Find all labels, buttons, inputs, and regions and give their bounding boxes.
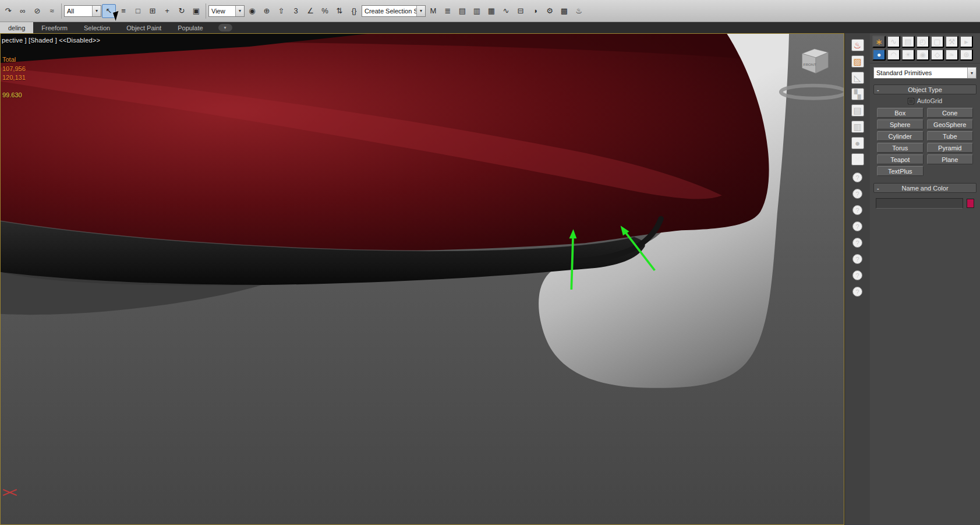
category-cameras[interactable]: ◉ bbox=[916, 49, 929, 61]
question-icon[interactable]: ? bbox=[852, 238, 862, 248]
unlink-selection-icon[interactable]: ⊘ bbox=[30, 4, 44, 18]
primitive-button[interactable]: Teapot bbox=[877, 154, 924, 164]
select-object-icon[interactable]: ↖ bbox=[102, 4, 116, 18]
primitive-button[interactable]: Torus bbox=[877, 143, 924, 153]
category-spacewarps[interactable]: ≈ bbox=[945, 49, 958, 61]
viewcube-face-label: FRONT bbox=[804, 62, 816, 66]
rect-selection-region-icon[interactable]: □ bbox=[131, 4, 145, 18]
command-panel: ∗∿▤◴▢⚒▸ ●◠☀◉◇≈⊛ Standard Primitives ▾ - … bbox=[870, 33, 980, 525]
primitive-button[interactable]: Tube bbox=[927, 131, 974, 141]
ribbon-config-button[interactable]: ▾ bbox=[218, 24, 232, 31]
selection-filter-dropdown[interactable]: All ▾ bbox=[64, 5, 101, 17]
toolbar-separator bbox=[206, 3, 206, 19]
primitive-button[interactable]: GeoSphere bbox=[927, 119, 974, 129]
ribbon-toggle-icon[interactable]: ▦ bbox=[484, 4, 498, 18]
bind-to-space-warp-icon[interactable]: ≈ bbox=[45, 4, 59, 18]
viewport-canvas[interactable]: FRONT bbox=[1, 34, 844, 524]
primitive-button[interactable]: Cylinder bbox=[877, 131, 924, 141]
select-by-name-icon[interactable]: ≡ bbox=[116, 4, 130, 18]
ribbon-tab[interactable]: Object Paint bbox=[118, 22, 169, 33]
named-selection-sets-dropdown[interactable]: Create Selection Se ▾ bbox=[362, 5, 426, 17]
sphere-icon[interactable]: ● bbox=[851, 137, 864, 149]
primitive-button[interactable]: Pyramid bbox=[927, 143, 974, 153]
primitive-button[interactable]: Plane bbox=[927, 154, 974, 164]
teapot-icon[interactable]: ♨ bbox=[851, 39, 864, 51]
select-and-rotate-icon[interactable]: ↻ bbox=[175, 4, 189, 18]
category-systems[interactable]: ⊛ bbox=[960, 49, 973, 61]
curve-editor-icon[interactable]: ∿ bbox=[499, 4, 513, 18]
tab-utilities[interactable]: ⚒ bbox=[945, 36, 958, 48]
align-icon[interactable]: ≣ bbox=[441, 4, 455, 18]
snap-toggle-3d-icon[interactable]: 3 bbox=[289, 4, 303, 18]
coordinate-system-dropdown[interactable]: View ▾ bbox=[208, 5, 245, 17]
question-icon[interactable]: ? bbox=[852, 172, 862, 182]
ribbon-tab[interactable]: Freeform bbox=[33, 22, 76, 33]
category-lights[interactable]: ☀ bbox=[901, 49, 915, 61]
viewport-statistics: Total 107,956 120,131 99.630 bbox=[2, 55, 26, 100]
autogrid-checkbox[interactable] bbox=[908, 98, 914, 104]
selection-filter-value: All bbox=[65, 8, 92, 15]
tab-motion[interactable]: ◴ bbox=[916, 36, 929, 48]
tab-hierarchy[interactable]: ▤ bbox=[901, 36, 915, 48]
tab-modify[interactable]: ∿ bbox=[887, 36, 900, 48]
render-setup-icon[interactable]: ⚙ bbox=[543, 4, 557, 18]
manage-layers-icon[interactable]: ▤ bbox=[455, 4, 469, 18]
stack-icon[interactable]: ▤ bbox=[851, 104, 864, 117]
collapse-icon: - bbox=[877, 185, 884, 192]
primitive-button[interactable]: Box bbox=[877, 108, 924, 118]
window-crossing-icon[interactable]: ⊞ bbox=[146, 4, 160, 18]
redo-icon[interactable]: ↷ bbox=[1, 4, 15, 18]
question-icon[interactable]: ? bbox=[852, 221, 862, 231]
main-toolbar: ↷∞⊘≈ All ▾ ↖≡□⊞+↻▣ View ▾ ◉⊕⇧3∠%⇅{} Crea… bbox=[0, 0, 980, 22]
object-color-swatch[interactable] bbox=[967, 199, 974, 208]
material-editor-icon[interactable]: ◑ bbox=[528, 4, 542, 18]
tab-overflow-arrow[interactable]: ▸ bbox=[960, 36, 973, 48]
category-geometry[interactable]: ● bbox=[872, 49, 886, 61]
ribbon-tab[interactable]: Selection bbox=[76, 22, 118, 33]
render-production-icon[interactable]: ♨ bbox=[572, 4, 586, 18]
question-icon[interactable]: ? bbox=[852, 205, 862, 215]
percent-snap-icon[interactable]: % bbox=[318, 4, 332, 18]
primitive-button[interactable]: Cone bbox=[927, 108, 974, 118]
object-type-rollout-header[interactable]: - Object Type bbox=[873, 84, 977, 94]
keyboard-override-icon[interactable]: ⇧ bbox=[274, 4, 288, 18]
spinner-snap-icon[interactable]: ⇅ bbox=[332, 4, 346, 18]
select-and-move-icon[interactable]: + bbox=[160, 4, 174, 18]
ribbon-tab[interactable]: deling bbox=[0, 22, 33, 33]
edit-named-sets-icon[interactable]: {} bbox=[347, 4, 361, 18]
window-icon[interactable]: ▥ bbox=[851, 121, 864, 133]
rendered-frame-icon[interactable]: ▩ bbox=[557, 4, 571, 18]
question-icon[interactable]: ? bbox=[852, 189, 862, 199]
name-color-rollout-header[interactable]: - Name and Color bbox=[873, 183, 977, 193]
tab-create[interactable]: ∗ bbox=[872, 36, 886, 48]
select-and-link-icon[interactable]: ∞ bbox=[16, 4, 30, 18]
angle-snap-icon[interactable]: ∠ bbox=[303, 4, 317, 18]
use-pivot-center-icon[interactable]: ◉ bbox=[245, 4, 259, 18]
perspective-viewport[interactable]: FRONT pective ] [Shaded ] <<Disabled>> T… bbox=[0, 33, 844, 525]
tab-display[interactable]: ▢ bbox=[931, 36, 944, 48]
primitive-button[interactable]: Sphere bbox=[877, 119, 924, 129]
close-icon[interactable]: × bbox=[851, 153, 864, 165]
create-categories: ●◠☀◉◇≈⊛ bbox=[870, 48, 980, 64]
question-icon[interactable]: ? bbox=[852, 254, 862, 264]
chevron-down-icon: ▾ bbox=[967, 68, 976, 78]
select-and-scale-icon[interactable]: ▣ bbox=[189, 4, 203, 18]
bucket-icon[interactable]: ▨ bbox=[851, 55, 864, 68]
question-icon[interactable]: ? bbox=[852, 270, 862, 280]
object-name-field[interactable] bbox=[876, 198, 963, 209]
select-and-manipulate-icon[interactable]: ⊕ bbox=[260, 4, 274, 18]
mirror-icon[interactable]: M bbox=[426, 4, 440, 18]
scene-explorer-icon[interactable]: ▥ bbox=[470, 4, 484, 18]
checker-icon[interactable]: ▚ bbox=[851, 88, 864, 100]
viewport-label[interactable]: pective ] [Shaded ] <<Disabled>> bbox=[2, 37, 100, 44]
schematic-view-icon[interactable]: ⊟ bbox=[514, 4, 528, 18]
category-helpers[interactable]: ◇ bbox=[931, 49, 944, 61]
category-shapes[interactable]: ◠ bbox=[887, 49, 900, 61]
chevron-down-icon: ▾ bbox=[92, 6, 101, 16]
question-icon[interactable]: ? bbox=[852, 287, 862, 297]
primitive-type-dropdown[interactable]: Standard Primitives ▾ bbox=[873, 67, 977, 79]
toolbar-separator bbox=[61, 3, 62, 19]
ruler-icon[interactable]: ◺ bbox=[851, 72, 864, 84]
ribbon-tab[interactable]: Populate bbox=[169, 22, 211, 33]
primitive-button[interactable]: TextPlus bbox=[877, 166, 924, 176]
